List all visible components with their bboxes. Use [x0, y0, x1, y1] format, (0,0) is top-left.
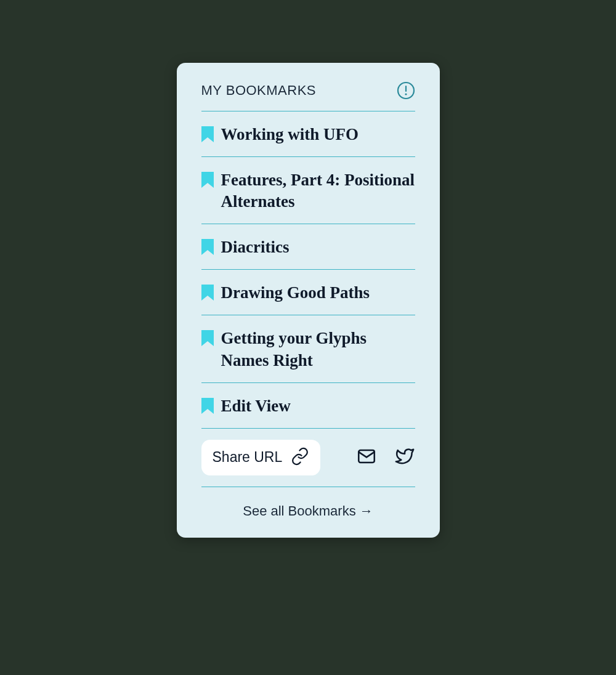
bookmark-icon [201, 285, 214, 301]
info-icon[interactable] [397, 81, 415, 100]
bookmarks-card: MY BOOKMARKS Working with UFO Features, … [177, 63, 440, 538]
svg-point-2 [405, 93, 407, 95]
bookmark-title: Features, Part 4: Positional Alternates [221, 169, 415, 212]
bookmark-item[interactable]: Edit View [201, 383, 415, 429]
card-title: MY BOOKMARKS [201, 83, 317, 99]
bookmark-item[interactable]: Getting your Glyphs Names Right [201, 315, 415, 382]
bookmark-icon [201, 398, 214, 414]
share-url-label: Share URL [213, 449, 283, 466]
card-footer: See all Bookmarks → [201, 487, 415, 519]
bookmark-item[interactable]: Diacritics [201, 224, 415, 270]
bookmark-title: Drawing Good Paths [221, 282, 370, 304]
bookmark-title: Getting your Glyphs Names Right [221, 328, 415, 371]
bookmark-item[interactable]: Features, Part 4: Positional Alternates [201, 157, 415, 224]
share-row: Share URL [201, 429, 415, 487]
twitter-share-button[interactable] [394, 446, 415, 469]
share-url-button[interactable]: Share URL [201, 440, 321, 475]
bookmark-title: Working with UFO [221, 124, 359, 145]
bookmark-icon [201, 330, 214, 346]
bookmark-icon [201, 239, 214, 255]
link-icon [291, 447, 309, 468]
bookmark-title: Diacritics [221, 236, 290, 258]
email-share-button[interactable] [356, 446, 377, 469]
email-icon [356, 446, 377, 469]
card-header: MY BOOKMARKS [201, 81, 415, 111]
bookmark-icon [201, 172, 214, 188]
bookmark-item[interactable]: Working with UFO [201, 111, 415, 157]
twitter-icon [394, 446, 415, 469]
bookmark-title: Edit View [221, 395, 291, 417]
bookmark-icon [201, 126, 214, 142]
bookmark-item[interactable]: Drawing Good Paths [201, 270, 415, 315]
see-all-bookmarks-link[interactable]: See all Bookmarks → [243, 503, 373, 519]
